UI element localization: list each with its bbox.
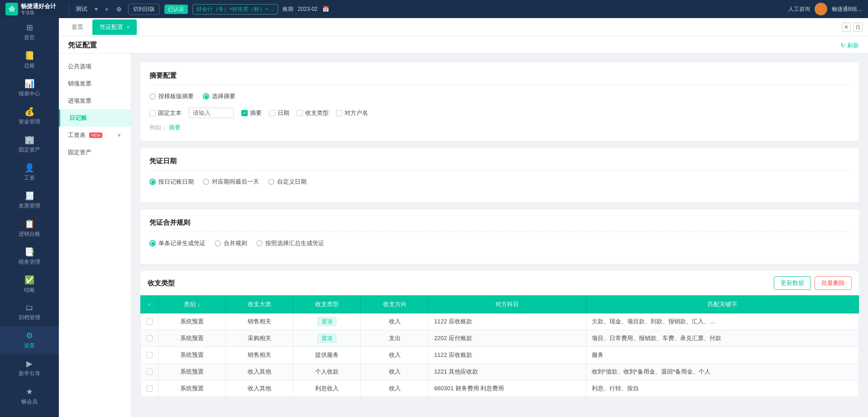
- th-main-type: 收支大类: [226, 296, 293, 313]
- tab-home[interactable]: 首页: [64, 19, 91, 35]
- period-value[interactable]: 2023-02: [298, 6, 318, 12]
- row-checkbox-cell-4[interactable]: [141, 380, 158, 397]
- badge-certified[interactable]: 已认证: [164, 5, 188, 14]
- radio-circle-template: [149, 93, 156, 100]
- row-sub-type-2: 提供服务: [293, 347, 361, 364]
- radio-circle-summary-gen: [256, 240, 263, 246]
- row-tag-0[interactable]: 置顶: [317, 317, 336, 326]
- date-section-title: 凭证日期: [149, 157, 850, 171]
- radio-dot: [205, 95, 208, 98]
- tab-close-icon[interactable]: ×: [127, 24, 129, 30]
- row-checkbox-cell-1[interactable]: [141, 330, 158, 347]
- row-checkbox-3[interactable]: [146, 369, 153, 375]
- invoice-icon: 🧾: [24, 191, 34, 201]
- radio-dot-journal: [151, 180, 154, 184]
- example-text: 例如： 摘要: [149, 123, 850, 132]
- row-checkbox-cell-3[interactable]: [141, 364, 158, 380]
- user-avatar[interactable]: [815, 3, 827, 15]
- tab-voucher-config[interactable]: 凭证配置 ×: [92, 19, 137, 35]
- sidebar-item-purchases[interactable]: 📋 进销台账: [0, 214, 59, 242]
- sidebar-item-settings[interactable]: ⚙ 设置: [0, 326, 59, 354]
- nav-public[interactable]: 公共选项: [59, 58, 131, 75]
- cb-type[interactable]: 收支类型: [297, 109, 329, 117]
- update-data-btn[interactable]: 更新数据: [774, 276, 811, 290]
- switch-btn[interactable]: 切到旧版: [128, 4, 160, 15]
- radio-template[interactable]: 按模板版摘要: [149, 92, 194, 100]
- topbar-gear[interactable]: ⚙: [115, 6, 124, 13]
- sidebar-item-archive[interactable]: 🗂 归档管理: [0, 299, 59, 326]
- row-main-type-4: 收入其他: [226, 380, 293, 397]
- nav-payroll[interactable]: 工资表 NEW ▼: [59, 127, 131, 144]
- sidebar-item-invoice[interactable]: 🧾 发票管理: [0, 186, 59, 214]
- radio-custom-date[interactable]: 自定义日期: [268, 178, 307, 186]
- window-maximize-btn[interactable]: ⊡: [854, 23, 863, 32]
- radio-period-last[interactable]: 对应期间最后一天: [203, 178, 259, 186]
- user-name[interactable]: 畅捷通B组…: [832, 5, 863, 13]
- nav-sales[interactable]: 销项发票: [59, 75, 131, 92]
- cb-date[interactable]: 日期: [269, 109, 289, 117]
- archive-icon: 🗂: [25, 303, 34, 313]
- radio-single[interactable]: 单条记录生成凭证: [149, 239, 206, 247]
- radio-select[interactable]: 选择摘要: [203, 92, 235, 100]
- refresh-btn[interactable]: ↻ 刷新: [840, 42, 859, 50]
- row-checkbox-cell-0[interactable]: [141, 313, 158, 330]
- nav-expand-icon[interactable]: ▼: [117, 133, 122, 138]
- sidebar-item-assets[interactable]: 🏢 固定资产: [0, 130, 59, 158]
- row-checkbox-cell-2[interactable]: [141, 347, 158, 364]
- nav-fixed-assets[interactable]: 固定资产: [59, 144, 131, 161]
- summary-section-title: 摘要配置: [149, 71, 850, 85]
- cb-counterparty-box[interactable]: [336, 110, 342, 116]
- row-checkbox-4[interactable]: [146, 385, 153, 392]
- row-checkbox-0[interactable]: [146, 318, 153, 325]
- nav-purchase[interactable]: 进项发票: [59, 92, 131, 109]
- radio-circle-merge: [215, 240, 221, 246]
- row-sub-type-1: 置顶: [293, 330, 361, 347]
- sidebar-item-guide[interactable]: ▶ 新手引导: [0, 354, 59, 382]
- income-table-title: 收支类型: [148, 279, 175, 288]
- cb-summary-box[interactable]: ✓: [241, 110, 248, 116]
- cb-date-box[interactable]: [269, 110, 275, 116]
- radio-journal-date[interactable]: 按日记账日期: [149, 178, 194, 186]
- sidebar-item-tax[interactable]: 📑 税务管理: [0, 242, 59, 270]
- sidebar-item-reports[interactable]: 📊 报表中心: [0, 74, 59, 102]
- topbar-divider: [69, 5, 69, 14]
- sidebar-item-home[interactable]: ⊞ 首页: [0, 18, 59, 46]
- calendar-icon[interactable]: 📅: [322, 6, 329, 12]
- row-category-4: 系统预置: [158, 380, 226, 397]
- sidebar-item-settle[interactable]: ✅ 结账: [0, 270, 59, 299]
- radio-summary-gen[interactable]: 按照选择汇总生成凭证: [256, 239, 324, 247]
- row-checkbox-1[interactable]: [146, 335, 153, 341]
- window-close-btn[interactable]: ✕: [842, 23, 851, 32]
- tax-icon: 📑: [24, 247, 34, 257]
- row-keywords-4: 利息、行转、按自: [586, 380, 858, 397]
- consult-btn[interactable]: 人工咨询: [788, 5, 810, 13]
- nav-journal[interactable]: 日记账: [59, 109, 131, 127]
- topbar-nav-test[interactable]: 测试: [74, 5, 89, 13]
- sidebar-item-funds[interactable]: 💰 资金管理: [0, 102, 59, 130]
- badge-apps[interactable]: 好会计（专）+好生意（标）+…: [192, 4, 278, 14]
- topbar-dropdown[interactable]: ▼: [94, 6, 99, 12]
- radio-merge[interactable]: 合并规则: [215, 239, 247, 247]
- th-select-all[interactable]: ✓: [141, 296, 158, 313]
- row-tag-1[interactable]: 置顶: [317, 334, 336, 343]
- row-keywords-3: 收到*借款、收到*备用金、退回*备用金、个人: [586, 364, 858, 380]
- topbar-plus[interactable]: +: [103, 6, 110, 13]
- cb-counterparty[interactable]: 对方户名: [336, 109, 368, 117]
- sidebar-item-ledger[interactable]: 📒 总账: [0, 46, 59, 74]
- radio-circle-select: [203, 93, 209, 100]
- row-checkbox-2[interactable]: [146, 352, 153, 358]
- cb-fixed-text[interactable]: 固定文本: [149, 109, 182, 117]
- home-icon: ⊞: [26, 23, 33, 33]
- table-actions: 更新数据 批量删除: [774, 276, 852, 290]
- fixed-text-input[interactable]: [189, 108, 234, 118]
- cb-fixed-text-box[interactable]: [149, 110, 156, 116]
- cb-type-box[interactable]: [297, 110, 303, 116]
- cb-summary[interactable]: ✓ 摘要: [241, 109, 262, 117]
- refresh-icon: ↻: [840, 42, 845, 49]
- batch-delete-btn[interactable]: 批量删除: [815, 276, 852, 290]
- sidebar-item-member[interactable]: ★ 畅会员: [0, 382, 59, 410]
- select-all-checkbox[interactable]: ✓: [146, 301, 153, 308]
- logo: 会 畅捷通好会计 专业版: [5, 3, 64, 15]
- sidebar-item-payroll[interactable]: 👤 工资: [0, 158, 59, 186]
- table-header: 收支类型 更新数据 批量删除: [140, 271, 859, 295]
